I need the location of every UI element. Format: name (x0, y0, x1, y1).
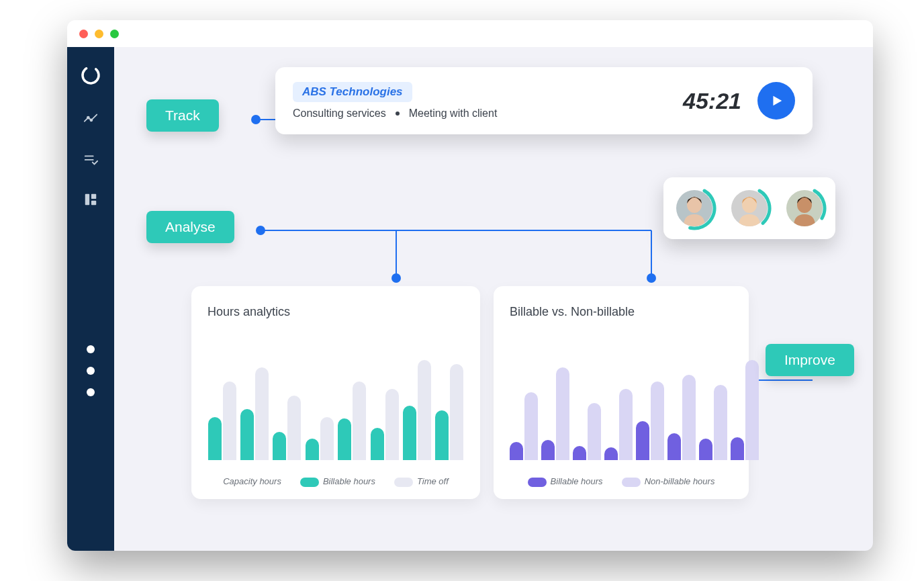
bar-group (699, 385, 727, 460)
connector-node (391, 273, 401, 283)
avatar[interactable] (727, 186, 772, 230)
bar (619, 389, 633, 460)
connector-node (256, 226, 265, 235)
svg-marker-13 (773, 96, 782, 106)
bar (240, 409, 254, 461)
bar-group (636, 382, 664, 460)
bar (418, 360, 431, 460)
logo-icon (80, 64, 101, 89)
window-titlebar (67, 20, 873, 47)
billable-card: Billable vs. Non-billable Billable hours… (494, 286, 749, 499)
bar (208, 417, 222, 460)
bar-group (240, 367, 269, 460)
avatar[interactable] (672, 186, 717, 230)
svg-rect-6 (91, 194, 96, 199)
bar (450, 364, 463, 460)
bar (223, 382, 236, 460)
bullet-separator (396, 111, 400, 116)
window-minimize-dot[interactable] (95, 30, 103, 38)
billable-chart-bars (510, 346, 733, 460)
play-icon (769, 93, 784, 108)
bar (273, 432, 286, 461)
bar-group (338, 382, 367, 460)
bar (255, 367, 269, 460)
bar (651, 382, 664, 460)
bar (306, 439, 319, 460)
bar (636, 421, 649, 460)
legend-item: Billable hours (528, 476, 603, 487)
list-check-icon[interactable] (83, 152, 98, 169)
trend-icon[interactable] (83, 111, 98, 129)
bar (731, 437, 744, 460)
bar (699, 439, 712, 460)
bar (541, 440, 555, 460)
legend-item: Billable hours (300, 476, 375, 487)
bar-group (510, 392, 538, 460)
bar (338, 418, 351, 460)
bar (604, 447, 618, 460)
client-tag[interactable]: ABS Technologies (293, 82, 412, 102)
sidebar (67, 47, 114, 551)
window-close-dot[interactable] (79, 30, 88, 38)
hours-chart-bars (207, 346, 464, 460)
bar (556, 367, 569, 460)
avatar[interactable] (782, 186, 827, 230)
bar (510, 442, 523, 460)
sidebar-dot[interactable] (87, 345, 95, 353)
hours-analytics-card: Hours analytics Capacity hours Billable … (191, 286, 480, 499)
bar-group (402, 360, 431, 460)
bar (287, 396, 301, 460)
bar (714, 385, 727, 460)
bar-group (435, 364, 464, 460)
bar (745, 360, 759, 460)
bar (667, 433, 681, 460)
window-maximize-dot[interactable] (110, 30, 119, 38)
chart-title: Billable vs. Non-billable (510, 305, 733, 319)
timer-elapsed: 45:21 (683, 88, 741, 114)
legend-item: Capacity hours (223, 476, 281, 486)
connector-node (251, 115, 261, 124)
bar (588, 403, 601, 460)
svg-rect-5 (85, 194, 89, 206)
timer-task: Meeting with client (409, 107, 498, 120)
bar-group (207, 382, 236, 460)
sidebar-dot[interactable] (87, 367, 95, 375)
bar (371, 428, 384, 460)
sidebar-dot[interactable] (87, 388, 95, 396)
legend-item: Non-billable hours (622, 476, 715, 487)
track-label: Track (146, 99, 219, 132)
bar (403, 406, 416, 460)
bar-group (604, 389, 633, 460)
bar (524, 392, 538, 460)
bar-group (273, 396, 302, 460)
analyse-label: Analyse (146, 211, 234, 243)
bar-group (541, 367, 569, 460)
svg-point-0 (80, 64, 101, 86)
bar (435, 410, 449, 460)
improve-label: Improve (766, 344, 854, 376)
svg-point-2 (90, 119, 92, 121)
bar-group (370, 389, 399, 460)
bar (320, 417, 334, 460)
bar-group (667, 375, 696, 461)
bar-group (305, 417, 334, 460)
svg-rect-7 (91, 201, 96, 205)
grid-icon[interactable] (83, 192, 98, 210)
timer-card: ABS Technologies Consulting services Mee… (275, 67, 813, 134)
bar (682, 375, 696, 461)
hours-chart-legend: Capacity hours Billable hours Time off (207, 476, 464, 487)
play-button[interactable] (757, 82, 795, 120)
billable-chart-legend: Billable hours Non-billable hours (510, 476, 733, 487)
legend-item: Time off (394, 476, 449, 487)
team-card (663, 177, 835, 239)
chart-title: Hours analytics (207, 305, 464, 319)
bar-group (573, 403, 601, 460)
bar (353, 382, 366, 460)
bar-group (731, 360, 759, 460)
bar (573, 446, 586, 460)
bar (385, 389, 399, 460)
svg-point-1 (87, 117, 89, 119)
connector-node (647, 273, 656, 283)
timer-project: Consulting services (293, 107, 386, 120)
